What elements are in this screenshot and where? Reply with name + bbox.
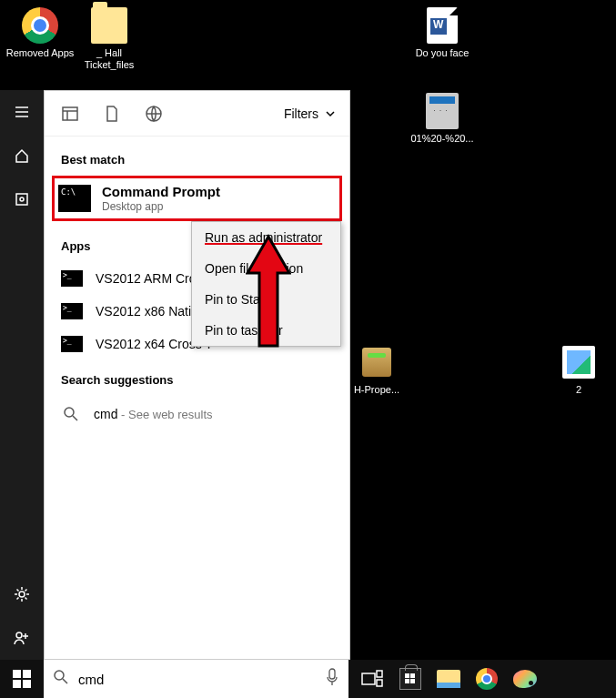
app-result-label: VS2012 x86 Native xyxy=(96,304,205,319)
svg-rect-8 xyxy=(329,669,335,679)
best-match-result[interactable]: Command Prompt Desktop app xyxy=(52,176,342,221)
svg-point-7 xyxy=(55,671,64,680)
desktop-icon-label: _ Hall Ticket_files xyxy=(75,47,144,71)
svg-rect-10 xyxy=(377,671,382,677)
console-icon xyxy=(61,270,83,287)
best-match-title: Command Prompt xyxy=(102,184,220,200)
store-button[interactable] xyxy=(398,666,423,692)
microphone-icon[interactable] xyxy=(325,668,339,690)
home-button[interactable] xyxy=(0,134,44,177)
start-button[interactable] xyxy=(0,660,44,698)
archive-icon xyxy=(358,344,395,380)
start-sidebar xyxy=(0,90,44,660)
command-prompt-icon xyxy=(58,185,91,212)
svg-point-3 xyxy=(16,632,22,638)
desktop-icon-label: 2 xyxy=(544,384,613,396)
desktop-icon-video[interactable]: 01%20-%20... xyxy=(408,93,477,145)
desktop-icon-rar[interactable]: H-Prope... xyxy=(342,344,411,396)
context-open-file-location[interactable]: Open file location xyxy=(192,253,340,284)
file-explorer-icon xyxy=(437,670,460,688)
hamburger-button[interactable] xyxy=(0,90,44,134)
search-icon xyxy=(53,669,69,689)
context-run-as-admin[interactable]: Run as administrator xyxy=(192,222,340,253)
svg-rect-0 xyxy=(16,194,27,205)
chevron-down-icon xyxy=(324,107,337,120)
paint-button[interactable] xyxy=(512,666,538,692)
context-pin-to-start[interactable]: Pin to Start xyxy=(192,284,340,315)
file-explorer-button[interactable] xyxy=(436,666,461,692)
suggestion-hint: - See web results xyxy=(117,408,212,421)
video-icon xyxy=(426,93,459,129)
best-match-heading: Best match xyxy=(45,147,349,176)
filters-dropdown[interactable]: Filters xyxy=(284,106,337,121)
svg-rect-11 xyxy=(377,680,382,686)
chrome-icon xyxy=(22,7,58,44)
best-match-subtitle: Desktop app xyxy=(102,200,220,213)
console-icon xyxy=(61,303,83,319)
suggestions-heading: Search suggestions xyxy=(45,368,349,396)
store-icon xyxy=(399,668,421,690)
suggestion-term: cmd xyxy=(94,407,117,421)
search-results-panel: Filters Best match Command Prompt Deskto… xyxy=(44,90,350,660)
task-view-button[interactable] xyxy=(359,666,385,692)
context-pin-to-taskbar[interactable]: Pin to taskbar xyxy=(192,315,340,346)
desktop-icon-label: 01%20-%20... xyxy=(408,133,477,145)
account-button[interactable] xyxy=(0,616,44,660)
desktop-icon-word-doc[interactable]: W Do you face xyxy=(408,7,477,59)
folder-icon xyxy=(91,7,127,44)
desktop-icon-image[interactable]: 2 xyxy=(544,344,613,396)
web-scope-icon[interactable] xyxy=(141,101,167,126)
taskbar: cmd xyxy=(0,660,616,698)
paint-icon xyxy=(513,670,537,688)
desktop-icon-label: H-Prope... xyxy=(342,384,411,396)
desktop-icon-label: Do you face xyxy=(408,47,477,59)
svg-point-1 xyxy=(20,197,24,201)
recent-button[interactable] xyxy=(0,177,44,221)
search-icon xyxy=(61,404,81,424)
taskbar-search-box[interactable]: cmd xyxy=(44,660,348,698)
desktop-icon-label: Removed Apps xyxy=(5,47,75,59)
svg-rect-9 xyxy=(362,673,375,684)
context-menu: Run as administrator Open file location … xyxy=(191,221,341,347)
word-icon: W xyxy=(427,7,458,44)
windows-icon xyxy=(13,670,31,688)
apps-scope-icon[interactable] xyxy=(57,101,83,126)
svg-point-2 xyxy=(19,592,25,597)
settings-button[interactable] xyxy=(0,572,44,616)
search-input-text: cmd xyxy=(78,672,325,687)
documents-scope-icon[interactable] xyxy=(99,101,125,126)
chrome-button[interactable] xyxy=(474,666,500,692)
svg-rect-4 xyxy=(63,107,77,120)
image-icon xyxy=(562,346,595,379)
desktop-icon-removed-apps[interactable]: Removed Apps xyxy=(5,7,75,59)
chrome-icon xyxy=(476,668,498,690)
console-icon xyxy=(61,336,83,352)
search-panel-header: Filters xyxy=(45,91,349,137)
filters-label: Filters xyxy=(284,106,318,121)
web-suggestion[interactable]: cmd - See web results xyxy=(45,396,349,432)
svg-point-6 xyxy=(65,408,74,417)
desktop-icon-hall-ticket[interactable]: _ Hall Ticket_files xyxy=(75,7,144,71)
